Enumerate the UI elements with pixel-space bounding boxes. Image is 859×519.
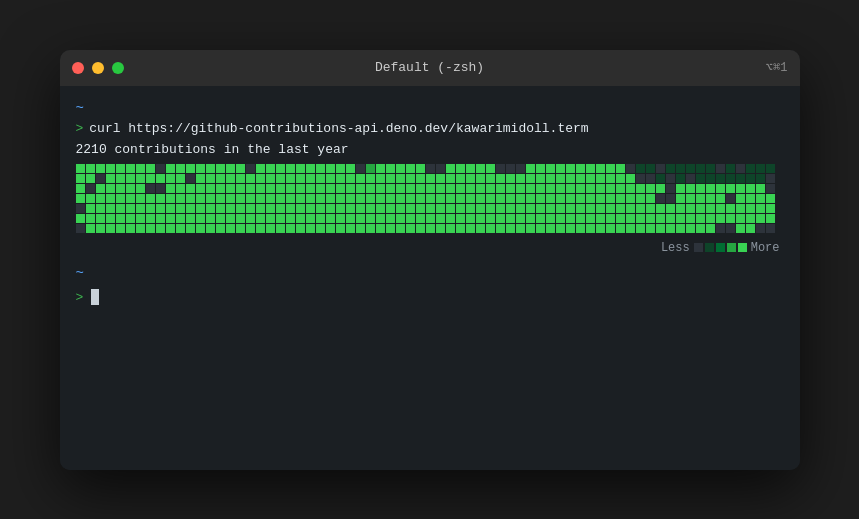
grid-cell	[76, 164, 85, 173]
grid-cell	[456, 174, 465, 183]
grid-cell	[656, 224, 665, 233]
grid-cell	[696, 174, 705, 183]
grid-cell	[606, 204, 615, 213]
grid-cell	[106, 174, 115, 183]
window-shortcut: ⌥⌘1	[766, 60, 788, 75]
grid-cell	[586, 204, 595, 213]
grid-cell	[566, 164, 575, 173]
grid-cell	[666, 214, 675, 223]
minimize-button[interactable]	[92, 62, 104, 74]
grid-cell	[676, 164, 685, 173]
terminal-body[interactable]: ~ > curl https://github-contributions-ap…	[60, 86, 800, 470]
grid-cell	[246, 214, 255, 223]
grid-cell	[446, 184, 455, 193]
grid-cell	[396, 164, 405, 173]
prompt-tilde-2: ~	[76, 263, 84, 284]
grid-cell	[286, 214, 295, 223]
grid-cell	[216, 174, 225, 183]
grid-cell	[556, 164, 565, 173]
grid-cell	[126, 204, 135, 213]
grid-cell	[366, 214, 375, 223]
legend-cells	[694, 243, 747, 252]
grid-cell	[716, 164, 725, 173]
grid-cell	[346, 184, 355, 193]
grid-cell	[356, 194, 365, 203]
grid-cell	[156, 214, 165, 223]
grid-cell	[266, 224, 275, 233]
grid-cell	[686, 214, 695, 223]
grid-cell	[136, 194, 145, 203]
grid-cell	[356, 214, 365, 223]
grid-cell	[596, 164, 605, 173]
grid-cell	[706, 214, 715, 223]
grid-cell	[226, 194, 235, 203]
grid-cell	[746, 204, 755, 213]
grid-cell	[656, 184, 665, 193]
grid-cell	[516, 214, 525, 223]
grid-cell	[766, 204, 775, 213]
grid-cell	[446, 164, 455, 173]
grid-cell	[676, 184, 685, 193]
grid-cell	[206, 224, 215, 233]
grid-cell	[236, 214, 245, 223]
grid-cell	[506, 204, 515, 213]
grid-cell	[646, 194, 655, 203]
grid-cell	[726, 224, 735, 233]
grid-cell	[86, 164, 95, 173]
grid-cell	[416, 194, 425, 203]
grid-cell	[476, 224, 485, 233]
maximize-button[interactable]	[112, 62, 124, 74]
grid-cell	[486, 214, 495, 223]
grid-cell	[246, 194, 255, 203]
grid-cell	[326, 184, 335, 193]
grid-cell	[586, 164, 595, 173]
grid-cell	[436, 184, 445, 193]
grid-cell	[356, 204, 365, 213]
grid-cell	[626, 224, 635, 233]
grid-cell	[246, 224, 255, 233]
grid-cell	[346, 214, 355, 223]
grid-cell	[706, 204, 715, 213]
grid-cell	[136, 164, 145, 173]
grid-cell	[326, 224, 335, 233]
grid-cell	[576, 164, 585, 173]
grid-cell	[286, 164, 295, 173]
grid-cell	[466, 224, 475, 233]
grid-cell	[316, 204, 325, 213]
grid-cell	[636, 214, 645, 223]
grid-cell	[316, 164, 325, 173]
cursor-line: >	[76, 288, 784, 308]
grid-cell	[576, 214, 585, 223]
grid-cell	[196, 214, 205, 223]
grid-cell	[516, 164, 525, 173]
grid-cell	[76, 214, 85, 223]
grid-cell	[536, 194, 545, 203]
grid-row	[76, 184, 784, 193]
close-button[interactable]	[72, 62, 84, 74]
grid-cell	[616, 194, 625, 203]
grid-cell	[296, 224, 305, 233]
grid-cell	[426, 194, 435, 203]
prompt-arrow-2: >	[76, 288, 84, 308]
grid-cell	[276, 204, 285, 213]
grid-cell	[626, 204, 635, 213]
grid-cell	[726, 164, 735, 173]
grid-cell	[716, 184, 725, 193]
grid-cell	[496, 224, 505, 233]
grid-cell	[636, 174, 645, 183]
grid-cell	[736, 164, 745, 173]
grid-cell	[386, 164, 395, 173]
grid-cell	[156, 194, 165, 203]
grid-cell	[716, 214, 725, 223]
terminal-window: Default (-zsh) ⌥⌘1 ~ > curl https://gith…	[60, 50, 800, 470]
grid-cell	[426, 184, 435, 193]
grid-cell	[216, 184, 225, 193]
grid-cell	[336, 194, 345, 203]
grid-cell	[396, 174, 405, 183]
grid-cell	[486, 204, 495, 213]
grid-cell	[566, 224, 575, 233]
grid-cell	[266, 184, 275, 193]
grid-cell	[256, 224, 265, 233]
grid-cell	[106, 184, 115, 193]
grid-cell	[636, 184, 645, 193]
